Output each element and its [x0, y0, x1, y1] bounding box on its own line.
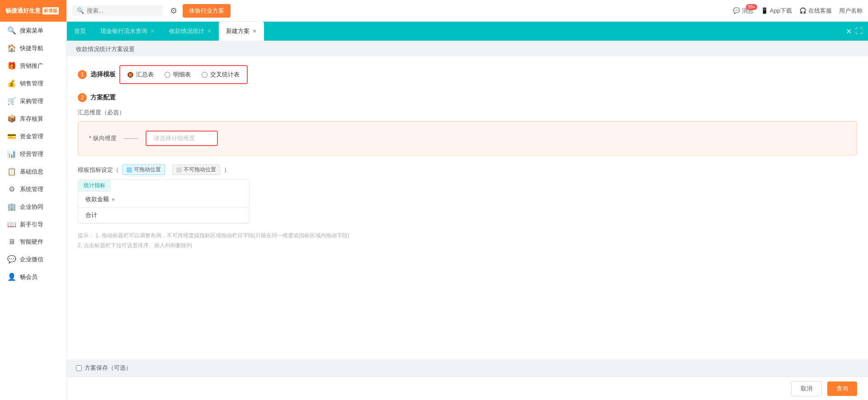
sidebar-label-sales: 销售管理 [20, 80, 43, 88]
tab-receipts[interactable]: 收款情况统计✕ [162, 22, 219, 41]
notification-button[interactable]: 💬 消息 99+ [733, 7, 754, 15]
quick-nav-icon: 🏠 [7, 44, 16, 52]
sidebar-label-guide: 新手引导 [20, 221, 43, 229]
download-label: App下载 [770, 7, 792, 15]
sidebar-label-search: 搜索菜单 [20, 27, 43, 35]
template-detail[interactable]: 明细表 [165, 71, 191, 79]
step2-section: 2 方案配置 汇总维度（必选） * 纵向维度 —— 请选择分组维度 [78, 93, 857, 250]
service-icon: 🎧 [799, 7, 807, 14]
sidebar-item-system[interactable]: ⚙系统管理 [0, 180, 66, 198]
sidebar-item-wechat[interactable]: 💬企业微信 [0, 250, 66, 268]
search-icon: 🔍 [77, 7, 84, 14]
sidebar-label-basic-info: 基础信息 [20, 168, 43, 176]
query-button[interactable]: 查询 [827, 381, 857, 396]
template-summary[interactable]: 汇总表 [127, 71, 154, 79]
page-content: 收款情况统计方案设置 1 选择模板 汇总表 明细表 [67, 41, 868, 376]
arrow-icon: —— [124, 134, 138, 142]
dimension-select[interactable]: 请选择分组维度 [146, 131, 218, 146]
metrics-close-paren: ） [224, 166, 230, 174]
metrics-row-2: 合计 [78, 207, 249, 223]
sidebar-item-search[interactable]: 🔍搜索菜单 [0, 22, 66, 39]
tab-label-receipts: 收款情况统计 [169, 27, 204, 35]
step1-num: 1 [78, 70, 87, 79]
sidebar-item-quick-nav[interactable]: 🏠快捷导航 [0, 39, 66, 57]
online-service-button[interactable]: 🎧 在线客服 [799, 7, 832, 15]
user-menu[interactable]: 用户名称 [839, 7, 863, 15]
marketing-icon: 🎁 [7, 61, 16, 70]
sidebar-item-basic-info[interactable]: 📋基础信息 [0, 163, 66, 180]
tab-home[interactable]: 首页 [67, 22, 93, 41]
dimension-subsection: 汇总维度（必选） * 纵向维度 —— 请选择分组维度 [78, 108, 857, 155]
sidebar-label-enterprise: 企业协同 [20, 203, 43, 211]
search-box[interactable]: 🔍 [72, 5, 163, 16]
enterprise-icon: 🏢 [7, 202, 16, 211]
gear-icon[interactable]: ⚙ [170, 6, 177, 16]
cancel-button[interactable]: 取消 [791, 381, 822, 396]
sidebar-item-inventory[interactable]: 📦库存核算 [0, 110, 66, 127]
basic-info-icon: 📋 [7, 167, 16, 176]
sidebar-item-member[interactable]: 👤畅会员 [0, 268, 66, 286]
logo-badge: 标准版 [42, 7, 59, 14]
app-download-button[interactable]: 📱 App下载 [761, 7, 792, 15]
close-tab-icon[interactable]: ✕ [846, 27, 852, 36]
step1-header: 1 选择模板 汇总表 明细表 交叉统计表 [78, 65, 857, 84]
download-icon: 📱 [761, 7, 768, 14]
template-options: 汇总表 明细表 交叉统计表 [119, 65, 248, 84]
sidebar-item-operations[interactable]: 📊经营管理 [0, 145, 66, 163]
sidebar-item-guide[interactable]: 📖新手引导 [0, 216, 66, 233]
guide-icon: 📖 [7, 220, 16, 229]
template-cross[interactable]: 交叉统计表 [202, 71, 240, 79]
non-draggable-badge: 不可拖动位置 [172, 165, 220, 175]
tab-new-plan[interactable]: 新建方案✕ [219, 22, 264, 41]
cell-revenue-label: 收款金额 [85, 195, 109, 203]
non-draggable-label: 不可拖动位置 [184, 166, 216, 174]
sidebar-label-marketing: 营销推广 [20, 62, 43, 70]
tab-close-receipts[interactable]: ✕ [207, 28, 212, 34]
sidebar-label-hardware: 智能硬件 [20, 238, 43, 246]
trial-button[interactable]: 体验行业方案 [183, 4, 231, 18]
notification-badge: 99+ [746, 4, 757, 10]
search-input[interactable] [87, 7, 150, 14]
inventory-icon: 📦 [7, 114, 16, 123]
cell-total-label: 合计 [85, 211, 97, 219]
breadcrumb: 收款情况统计方案设置 [76, 46, 135, 52]
sidebar-label-purchase: 采购管理 [20, 97, 43, 105]
sidebar-label-system: 系统管理 [20, 185, 43, 193]
tabbar: 首页现金银行流水查询✕收款情况统计✕新建方案✕ ✕ ⛶ [67, 22, 868, 41]
sidebar-item-purchase[interactable]: 🛒采购管理 [0, 92, 66, 110]
user-display: 用户名称 [839, 7, 863, 15]
template-summary-radio[interactable] [127, 72, 133, 78]
sidebar-item-finance[interactable]: 💳资金管理 [0, 127, 66, 145]
sidebar-item-hardware[interactable]: 🖥智能硬件 [0, 233, 66, 250]
sidebar-item-enterprise[interactable]: 🏢企业协同 [0, 198, 66, 216]
tab-close-cashflow[interactable]: ✕ [150, 28, 155, 34]
save-checkbox[interactable] [76, 365, 82, 371]
bottom-bar: 取消 查询 [67, 376, 868, 400]
main-area: 🔍 ⚙ 体验行业方案 💬 消息 99+ 📱 App下载 🎧 在线客服 用户名称 [67, 0, 868, 400]
dropdown-icon[interactable]: ▾ [112, 196, 115, 203]
sidebar: 畅捷通好生意 标准版 🔍搜索菜单🏠快捷导航🎁营销推广💰销售管理🛒采购管理📦库存核… [0, 0, 67, 400]
metrics-section: 模板指标设定（ 可拖动位置 不可拖动位置 ） [78, 165, 857, 224]
metrics-grid: 收款金额 ▾ 合计 [78, 192, 249, 223]
maximize-icon[interactable]: ⛶ [855, 27, 863, 35]
template-detail-radio[interactable] [165, 72, 170, 78]
sidebar-label-member: 畅会员 [20, 273, 38, 281]
metrics-category-header: 统计指标 [78, 180, 249, 192]
topbar-right: 💬 消息 99+ 📱 App下载 🎧 在线客服 用户名称 [733, 7, 863, 15]
save-option[interactable]: 方案保存（可选） [76, 364, 859, 372]
metrics-row-1: 收款金额 ▾ [78, 192, 249, 207]
draggable-badge: 可拖动位置 [123, 165, 165, 175]
tab-close-new-plan[interactable]: ✕ [252, 28, 257, 34]
tabbar-actions: ✕ ⛶ [846, 27, 868, 36]
template-cross-label: 交叉统计表 [210, 71, 240, 79]
sidebar-item-marketing[interactable]: 🎁营销推广 [0, 57, 66, 75]
dimension-placeholder: 请选择分组维度 [154, 134, 195, 142]
sidebar-item-sales[interactable]: 💰销售管理 [0, 75, 66, 92]
template-summary-label: 汇总表 [136, 71, 154, 79]
template-cross-radio[interactable] [202, 72, 208, 78]
vertical-dimension-row: * 纵向维度 —— 请选择分组维度 [89, 131, 846, 146]
finance-icon: 💳 [7, 132, 16, 141]
tab-label-home: 首页 [74, 27, 86, 35]
tab-cashflow[interactable]: 现金银行流水查询✕ [93, 22, 162, 41]
drag-indicator [127, 167, 132, 173]
